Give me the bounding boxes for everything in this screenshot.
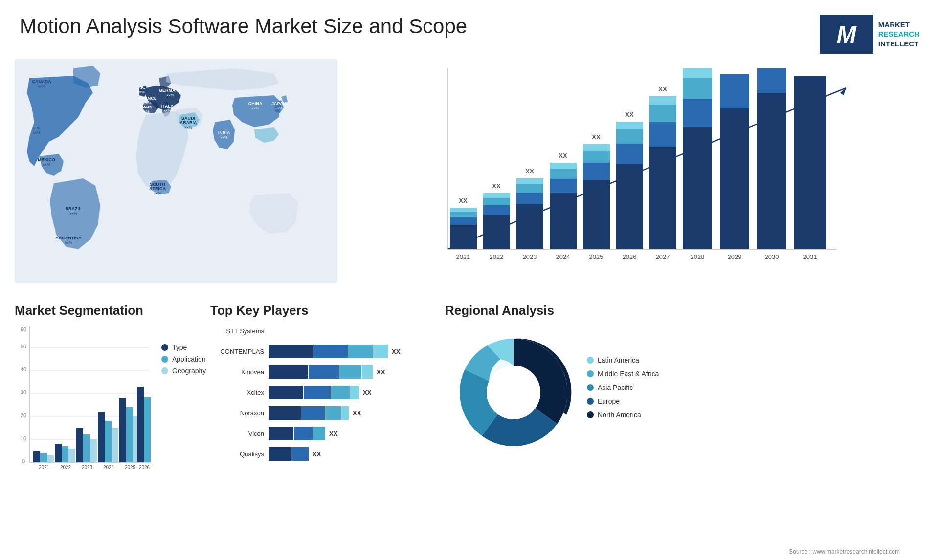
svg-rect-77 <box>757 68 786 93</box>
svg-text:2022: 2022 <box>490 253 504 260</box>
svg-rect-56 <box>583 163 610 180</box>
player-row-xcitex: Xcitex XX <box>210 386 425 399</box>
svg-text:xx%: xx% <box>163 108 171 113</box>
svg-rect-66 <box>649 122 676 147</box>
player-name-qualisys: Qualisys <box>210 451 264 458</box>
bar-seg-1 <box>269 365 308 379</box>
regional-section: Regional Analysis <box>445 303 924 533</box>
svg-rect-35 <box>450 225 477 249</box>
svg-text:2027: 2027 <box>656 253 670 260</box>
svg-text:xx%: xx% <box>65 240 72 245</box>
svg-text:MEXICO: MEXICO <box>38 157 55 162</box>
svg-rect-73 <box>683 68 712 78</box>
svg-text:CANADA: CANADA <box>32 79 51 84</box>
player-bar-bg-noraxon <box>269 406 349 420</box>
legend-application: Application <box>161 355 206 363</box>
donut-container <box>445 324 572 451</box>
bar-seg-2 <box>309 365 339 379</box>
svg-text:0: 0 <box>22 458 25 464</box>
svg-text:xx%: xx% <box>43 162 50 167</box>
svg-rect-75 <box>720 74 749 108</box>
svg-text:ITALY: ITALY <box>161 104 174 108</box>
bar-seg-3 <box>325 406 341 420</box>
svg-rect-41 <box>483 205 510 215</box>
svg-rect-37 <box>450 212 477 217</box>
bar-seg-1 <box>269 447 291 461</box>
svg-text:2024: 2024 <box>556 253 570 260</box>
bar-seg-3 <box>313 427 325 440</box>
player-name-kinovea: Kinovea <box>210 368 264 376</box>
top-bar-chart-svg: XX XX XX XX <box>357 68 924 274</box>
world-map: CANADA xx% U.S. xx% MEXICO xx% BRAZIL xx… <box>15 59 337 283</box>
label-europe: Europe <box>598 397 620 405</box>
svg-rect-55 <box>583 180 610 249</box>
player-bar-xcitex: XX <box>269 386 425 399</box>
label-asia-pacific: Asia Pacific <box>598 384 633 391</box>
logo-line3: INTELLECT <box>878 39 919 49</box>
donut-chart-svg <box>445 324 582 461</box>
bar-seg-2 <box>291 447 309 461</box>
logo-line2: RESEARCH <box>878 29 919 39</box>
svg-text:xx%: xx% <box>166 93 174 97</box>
svg-text:40: 40 <box>21 366 26 372</box>
svg-rect-48 <box>516 178 543 184</box>
svg-rect-63 <box>616 122 643 129</box>
svg-rect-131 <box>137 387 144 462</box>
bar-seg-3 <box>348 345 373 358</box>
regional-chart: Latin America Middle East & Africa Asia … <box>445 324 924 451</box>
svg-rect-72 <box>683 78 712 99</box>
legend-middle-east: Middle East & Africa <box>587 370 659 378</box>
svg-text:xx%: xx% <box>69 211 77 215</box>
header: Motion Analysis Software Market Size and… <box>0 0 939 59</box>
source-text: Source : www.marketresearchintellect.com <box>789 548 919 555</box>
logo-box: M <box>820 15 873 54</box>
svg-text:xx%: xx% <box>142 109 149 114</box>
regional-title: Regional Analysis <box>445 303 924 318</box>
svg-text:2030: 2030 <box>765 253 779 260</box>
svg-rect-42 <box>483 198 510 205</box>
player-bar-bg-vicon <box>269 427 325 440</box>
svg-text:GERMANY: GERMANY <box>159 88 181 93</box>
svg-rect-125 <box>112 428 118 462</box>
dot-north-america <box>587 411 594 418</box>
svg-text:xx%: xx% <box>137 90 144 94</box>
player-bar-kinovea: XX <box>269 365 425 379</box>
svg-text:XX: XX <box>625 111 634 118</box>
legend-dot-geography <box>161 367 168 374</box>
bar-seg-4 <box>350 386 359 399</box>
player-xx-contemplas: XX <box>392 348 400 355</box>
svg-rect-50 <box>550 193 577 249</box>
svg-text:2028: 2028 <box>691 253 705 260</box>
svg-text:ARGENTINA: ARGENTINA <box>55 236 82 240</box>
label-middle-east: Middle East & Africa <box>598 370 659 378</box>
svg-rect-61 <box>616 144 643 164</box>
bar-seg-4 <box>373 345 388 358</box>
svg-rect-132 <box>144 397 151 462</box>
svg-rect-117 <box>68 449 75 462</box>
svg-rect-47 <box>516 184 543 193</box>
world-map-svg: CANADA xx% U.S. xx% MEXICO xx% BRAZIL xx… <box>15 59 337 283</box>
svg-text:xx%: xx% <box>251 106 259 110</box>
svg-text:INDIA: INDIA <box>218 130 230 135</box>
segmentation-title: Market Segmentation <box>15 303 191 318</box>
svg-text:XX: XX <box>658 86 667 93</box>
bar-seg-2 <box>304 386 331 399</box>
svg-text:AFRICA: AFRICA <box>149 186 166 191</box>
player-bar-noraxon: XX <box>269 406 425 420</box>
player-row-stt: STT Systems <box>210 324 425 338</box>
player-bar-qualisys: XX <box>269 447 425 461</box>
player-row-kinovea: Kinovea XX <box>210 365 425 379</box>
svg-rect-51 <box>550 179 577 193</box>
dot-middle-east <box>587 370 594 377</box>
svg-rect-52 <box>550 169 577 179</box>
bar-seg-2 <box>294 427 313 440</box>
svg-text:XX: XX <box>492 182 501 190</box>
player-xx-qualisys: XX <box>313 451 321 458</box>
legend-geography: Geography <box>161 367 206 375</box>
dot-asia-pacific <box>587 384 594 391</box>
svg-text:XX: XX <box>459 197 468 204</box>
player-row-vicon: Vicon XX <box>210 427 425 440</box>
player-bar-bg-kinovea <box>269 365 373 379</box>
svg-text:60: 60 <box>21 326 26 332</box>
key-players-title: Top Key Players <box>210 303 425 318</box>
